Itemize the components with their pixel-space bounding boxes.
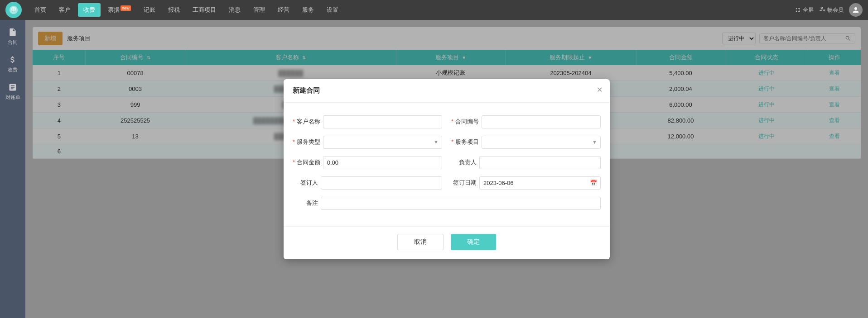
nav-customer[interactable]: 客户 bbox=[53, 3, 76, 17]
nav-message[interactable]: 消息 bbox=[223, 3, 246, 17]
select-wrapper-service-type: ▼ bbox=[323, 136, 442, 149]
input-signer[interactable] bbox=[321, 176, 442, 190]
input-sign-date[interactable] bbox=[479, 176, 601, 190]
modal-divider bbox=[284, 102, 610, 103]
form-group-remarks: 备注 bbox=[293, 197, 601, 210]
nav-settings[interactable]: 设置 bbox=[321, 3, 344, 17]
label-contract-no: 合同编号 bbox=[451, 118, 479, 126]
nav-billing[interactable]: 收费 bbox=[78, 3, 101, 17]
sidebar-item-fee[interactable]: 收费 bbox=[1, 51, 24, 77]
sidebar-label-contract: 合同 bbox=[8, 39, 18, 46]
form-row-5: 备注 bbox=[293, 197, 601, 210]
label-sign-date: 签订日期 bbox=[451, 179, 477, 187]
nav-manage[interactable]: 管理 bbox=[248, 3, 270, 17]
nav-invoice[interactable]: 票据new bbox=[102, 3, 136, 17]
label-customer: 客户名称 bbox=[293, 118, 320, 126]
form-group-service-type: 服务类型 ▼ bbox=[293, 136, 442, 149]
app-logo[interactable] bbox=[5, 2, 22, 18]
sidebar-item-contract[interactable]: 合同 bbox=[1, 24, 24, 49]
modal-footer: 取消 确定 bbox=[284, 226, 610, 259]
cancel-button[interactable]: 取消 bbox=[397, 234, 444, 250]
input-customer-name[interactable] bbox=[323, 115, 442, 128]
nav-right-area: 全屏 畅会员 bbox=[795, 3, 863, 17]
form-group-signer: 签订人 bbox=[293, 176, 442, 190]
label-service-item: 服务项目 bbox=[451, 138, 479, 146]
form-group-sign-date: 签订日期 📅 bbox=[451, 176, 601, 190]
form-row-3: 合同金额 负责人 bbox=[293, 156, 601, 169]
label-amount: 合同金额 bbox=[293, 158, 320, 166]
label-responsible: 负责人 bbox=[451, 158, 477, 166]
nav-operation[interactable]: 经营 bbox=[272, 3, 295, 17]
user-avatar[interactable] bbox=[849, 3, 863, 17]
main-layout: 合同 收费 对账单 新增 服务项目 进行中 已结束 bbox=[0, 20, 868, 318]
label-signer: 签订人 bbox=[293, 179, 318, 187]
input-remarks[interactable] bbox=[321, 197, 601, 210]
label-remarks: 备注 bbox=[293, 199, 318, 207]
select-wrapper-service-item: ▼ bbox=[482, 136, 601, 149]
input-contract-amount[interactable] bbox=[323, 156, 442, 169]
label-service-type: 服务类型 bbox=[293, 138, 320, 146]
fee-icon bbox=[8, 55, 18, 65]
nav-menu: 首页 客户 收费 票据new 记账 报税 工商项目 消息 管理 经营 服务 设置 bbox=[29, 3, 795, 17]
fullscreen-button[interactable]: 全屏 bbox=[795, 6, 814, 14]
form-row-1: 客户名称 合同编号 bbox=[293, 115, 601, 128]
modal-body: 客户名称 合同编号 服务类型 bbox=[284, 110, 610, 226]
select-service-type[interactable] bbox=[323, 136, 442, 149]
form-row-4: 签订人 签订日期 📅 bbox=[293, 176, 601, 190]
member-button[interactable]: 畅会员 bbox=[819, 6, 844, 14]
statement-icon bbox=[8, 82, 18, 92]
nav-business[interactable]: 工商项目 bbox=[187, 3, 222, 17]
date-wrapper-sign: 📅 bbox=[479, 176, 601, 190]
nav-home[interactable]: 首页 bbox=[29, 3, 52, 17]
nav-accounting[interactable]: 记账 bbox=[138, 3, 161, 17]
form-group-contract-no: 合同编号 bbox=[451, 115, 601, 128]
form-row-2: 服务类型 ▼ 服务项目 ▼ bbox=[293, 136, 601, 149]
modal-overlay: 新建合同 ✕ 客户名称 合同编号 bbox=[25, 20, 868, 318]
form-group-amount: 合同金额 bbox=[293, 156, 442, 169]
main-area: 新增 服务项目 进行中 已结束 全部 bbox=[25, 20, 868, 318]
form-group-responsible: 负责人 bbox=[451, 156, 601, 169]
sidebar-label-statement: 对账单 bbox=[5, 94, 20, 101]
input-responsible[interactable] bbox=[479, 156, 601, 169]
member-label: 畅会员 bbox=[827, 6, 844, 14]
fullscreen-label: 全屏 bbox=[803, 6, 814, 14]
form-group-customer: 客户名称 bbox=[293, 115, 442, 128]
confirm-button[interactable]: 确定 bbox=[451, 234, 496, 250]
select-service-item[interactable] bbox=[482, 136, 601, 149]
modal-title: 新建合同 bbox=[284, 79, 610, 100]
left-sidebar: 合同 收费 对账单 bbox=[0, 20, 25, 318]
input-contract-no[interactable] bbox=[482, 115, 601, 128]
top-navigation: 首页 客户 收费 票据new 记账 报税 工商项目 消息 管理 经营 服务 设置… bbox=[0, 0, 868, 20]
sidebar-label-fee: 收费 bbox=[8, 66, 18, 73]
new-badge: new bbox=[121, 5, 131, 11]
modal-close-button[interactable]: ✕ bbox=[597, 85, 603, 94]
nav-tax[interactable]: 报税 bbox=[163, 3, 185, 17]
sidebar-item-statement[interactable]: 对账单 bbox=[1, 79, 24, 104]
form-group-service-item: 服务项目 ▼ bbox=[451, 136, 601, 149]
contract-icon bbox=[8, 27, 18, 37]
new-contract-modal: 新建合同 ✕ 客户名称 合同编号 bbox=[284, 79, 610, 259]
nav-service[interactable]: 服务 bbox=[297, 3, 319, 17]
